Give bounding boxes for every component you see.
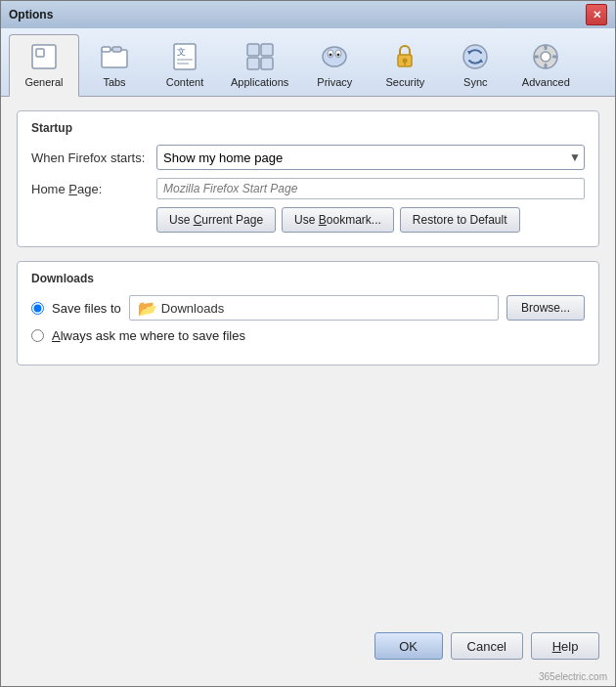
firefox-starts-label: When Firefox starts: [31, 150, 149, 165]
startup-section: Startup When Firefox starts: Show my hom… [17, 110, 599, 247]
use-bookmark-label: Use Bookmark... [294, 213, 381, 227]
applications-icon [244, 41, 276, 72]
svg-rect-3 [102, 47, 110, 52]
tab-sync-label: Sync [463, 76, 487, 88]
browse-button[interactable]: Browse... [506, 295, 585, 321]
footer: OK Cancel Help [1, 623, 615, 671]
svg-rect-4 [112, 47, 121, 52]
svg-point-25 [541, 52, 550, 62]
close-button[interactable]: ✕ [586, 4, 607, 25]
tab-privacy-label: Privacy [317, 76, 352, 88]
svg-rect-28 [534, 56, 539, 59]
advanced-icon [530, 41, 561, 72]
tab-advanced[interactable]: Advanced [510, 34, 581, 96]
tabs-icon [99, 41, 130, 72]
options-window: Options ✕ General Tabs [0, 0, 616, 687]
svg-rect-29 [552, 56, 557, 59]
content-icon: 文 [169, 41, 200, 72]
downloads-title: Downloads [31, 272, 585, 285]
tab-advanced-label: Advanced [522, 76, 570, 88]
tab-general-label: General [24, 76, 63, 88]
always-ask-label: Always ask me where to save files [52, 328, 245, 343]
save-files-row: Save files to 📂 Downloads Browse... [31, 295, 585, 321]
startup-title: Startup [31, 121, 585, 135]
tab-general[interactable]: General [9, 34, 79, 97]
always-ask-radio[interactable] [31, 329, 44, 342]
folder-icon: 📂 [138, 299, 157, 318]
svg-point-21 [463, 45, 487, 68]
help-button[interactable]: Help [531, 632, 599, 660]
home-page-label: Home Page: [31, 182, 149, 196]
svg-rect-10 [261, 44, 273, 56]
cancel-button[interactable]: Cancel [451, 632, 523, 660]
tab-security-label: Security [385, 76, 424, 88]
folder-box: 📂 Downloads [129, 295, 499, 321]
use-current-page-button[interactable]: Use Current Page [156, 207, 276, 233]
use-current-page-label: Use Current Page [169, 213, 263, 227]
svg-rect-12 [261, 58, 273, 69]
security-icon [389, 41, 420, 72]
startup-buttons-row: Use Current Page Use Bookmark... Restore… [156, 207, 585, 233]
firefox-starts-row: When Firefox starts: Show my home page S… [31, 145, 585, 170]
startup-select-wrapper: Show my home page Show a blank page Show… [156, 145, 585, 170]
tab-privacy[interactable]: Privacy [299, 34, 370, 96]
window-title: Options [9, 8, 586, 21]
svg-rect-27 [545, 64, 548, 68]
svg-rect-1 [36, 49, 44, 57]
title-bar: Options ✕ [1, 1, 615, 28]
save-files-label: Save files to [52, 301, 121, 316]
tab-security[interactable]: Security [370, 34, 440, 96]
ok-button[interactable]: OK [374, 632, 443, 660]
general-icon [28, 41, 60, 72]
sync-icon [460, 41, 491, 72]
svg-point-19 [403, 59, 408, 64]
svg-rect-11 [247, 58, 259, 69]
use-bookmark-button[interactable]: Use Bookmark... [282, 207, 394, 233]
startup-dropdown[interactable]: Show my home page Show a blank page Show… [156, 145, 585, 170]
save-files-radio[interactable] [31, 302, 44, 315]
tab-tabs[interactable]: Tabs [79, 34, 150, 96]
toolbar: General Tabs 文 Con [1, 28, 615, 97]
downloads-section: Downloads Save files to 📂 Downloads Brow… [17, 261, 599, 365]
content-area: Startup When Firefox starts: Show my hom… [1, 97, 615, 623]
svg-point-17 [337, 54, 340, 57]
svg-rect-9 [247, 44, 259, 56]
help-label: Help [552, 639, 579, 654]
svg-point-13 [323, 47, 346, 66]
tab-tabs-label: Tabs [103, 76, 125, 88]
tab-content[interactable]: 文 Content [150, 34, 220, 96]
home-page-row: Home Page: [31, 178, 585, 199]
always-ask-row: Always ask me where to save files [31, 328, 585, 343]
watermark: 365electric.com [1, 671, 615, 686]
tab-sync[interactable]: Sync [440, 34, 510, 96]
privacy-icon [319, 41, 350, 72]
tab-content-label: Content [166, 76, 204, 88]
svg-rect-26 [545, 45, 548, 50]
svg-text:文: 文 [177, 47, 186, 57]
save-folder-name: Downloads [161, 301, 224, 316]
tab-applications[interactable]: Applications [220, 34, 299, 96]
tab-applications-label: Applications [231, 76, 288, 88]
svg-point-16 [330, 54, 332, 57]
restore-default-button[interactable]: Restore to Default [400, 207, 520, 233]
home-page-input[interactable] [156, 178, 585, 199]
